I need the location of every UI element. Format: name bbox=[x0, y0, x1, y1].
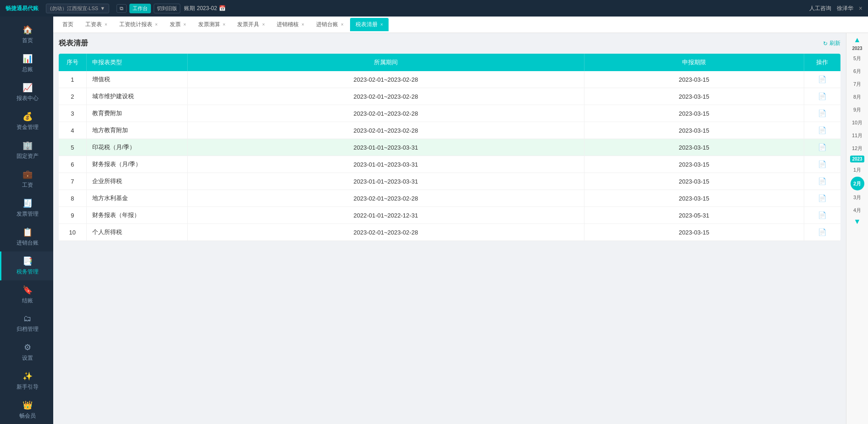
tab-close-invoice-calc[interactable]: × bbox=[223, 22, 226, 27]
content-area: 首页工资表×工资统计报表×发票×发票测算×发票开具×进销稽核×进销台账×税表清册… bbox=[53, 17, 868, 424]
cal-month-5[interactable]: 5月 bbox=[849, 52, 866, 64]
sidebar-item-ledger[interactable]: 📊总账 bbox=[0, 49, 53, 78]
cell-deadline: 2023-03-15 bbox=[584, 139, 804, 156]
cal-down-button[interactable]: ▼ bbox=[853, 217, 862, 227]
cell-type: 地方水利基金 bbox=[86, 190, 187, 207]
view-icon[interactable]: 📄 bbox=[818, 126, 827, 134]
cal-year-2023-badge[interactable]: 2023 bbox=[850, 156, 864, 162]
tab-close-payroll-stats[interactable]: × bbox=[155, 22, 158, 27]
table-header-row: 序号 申报表类型 所属期间 申报期限 操作 bbox=[59, 54, 840, 71]
cal-month-6[interactable]: 6月 bbox=[849, 65, 866, 77]
calendar-icon[interactable]: 📅 bbox=[219, 5, 226, 11]
page-title: 税表清册 bbox=[59, 39, 88, 48]
view-icon[interactable]: 📄 bbox=[818, 75, 827, 83]
sidebar-item-payroll[interactable]: 💼工资 bbox=[0, 165, 53, 194]
view-icon[interactable]: 📄 bbox=[818, 109, 827, 117]
sidebar-item-settle[interactable]: 🔖结账 bbox=[0, 280, 53, 309]
cal-month-2-active[interactable]: 2月 bbox=[851, 177, 864, 190]
cell-action[interactable]: 📄 bbox=[804, 122, 840, 139]
cal-month-10[interactable]: 10月 bbox=[849, 117, 866, 128]
view-icon[interactable]: 📄 bbox=[818, 177, 827, 185]
sidebar-item-settings[interactable]: ⚙设置 bbox=[0, 338, 53, 367]
company-dropdown-icon[interactable]: ▼ bbox=[100, 6, 105, 11]
cal-month-9[interactable]: 9月 bbox=[849, 104, 866, 116]
copy-button[interactable]: ⧉ bbox=[117, 4, 127, 13]
period-display: 账期 2023-02 📅 bbox=[184, 5, 226, 12]
view-icon[interactable]: 📄 bbox=[818, 143, 827, 151]
view-icon[interactable]: 📄 bbox=[818, 194, 827, 202]
cell-action[interactable]: 📄 bbox=[804, 71, 840, 88]
cal-month-11[interactable]: 11月 bbox=[849, 129, 866, 141]
tab-payroll[interactable]: 工资表× bbox=[80, 18, 113, 31]
cell-action[interactable]: 📄 bbox=[804, 207, 840, 224]
cell-action[interactable]: 📄 bbox=[804, 224, 840, 241]
tab-close-invoice[interactable]: × bbox=[184, 22, 186, 27]
tab-payroll-stats[interactable]: 工资统计报表× bbox=[114, 18, 163, 31]
view-icon[interactable]: 📄 bbox=[818, 92, 827, 100]
cell-type: 增值税 bbox=[86, 71, 187, 88]
sidebar-icon-purchase: 📋 bbox=[22, 227, 33, 237]
sidebar-item-home[interactable]: 🏠首页 bbox=[0, 20, 53, 49]
tab-invoice-open[interactable]: 发票开具× bbox=[232, 18, 270, 31]
sidebar-label-payroll: 工资 bbox=[22, 181, 33, 189]
ai-consult-button[interactable]: 人工咨询 bbox=[809, 5, 831, 12]
sidebar-item-guide[interactable]: ✨新手引导 bbox=[0, 367, 53, 396]
cell-period: 2023-02-01~2023-02-28 bbox=[187, 190, 584, 207]
sidebar-item-tax[interactable]: 📑税务管理 bbox=[0, 251, 53, 280]
sidebar-label-settings: 设置 bbox=[22, 354, 33, 362]
workbench-button[interactable]: 工作台 bbox=[129, 4, 151, 13]
sidebar-item-invoice-mgmt[interactable]: 🧾发票管理 bbox=[0, 194, 53, 223]
cell-action[interactable]: 📄 bbox=[804, 88, 840, 105]
cell-action[interactable]: 📄 bbox=[804, 190, 840, 207]
cell-index: 9 bbox=[59, 207, 86, 224]
tab-invoice-calc[interactable]: 发票测算× bbox=[193, 18, 231, 31]
sidebar-item-reports[interactable]: 📈报表中心 bbox=[0, 78, 53, 107]
sidebar-icon-archive: 🗂 bbox=[23, 314, 32, 324]
tab-close-payroll[interactable]: × bbox=[105, 22, 107, 27]
cal-month-7[interactable]: 7月 bbox=[849, 78, 866, 90]
tab-tax-list[interactable]: 税表清册× bbox=[350, 18, 389, 31]
sidebar-label-home: 首页 bbox=[22, 37, 33, 45]
tab-close-invoice-open[interactable]: × bbox=[262, 22, 265, 27]
cal-month-12[interactable]: 12月 bbox=[849, 142, 866, 154]
tab-close-tax-list[interactable]: × bbox=[380, 22, 383, 27]
tab-close-purchase-ledger[interactable]: × bbox=[341, 22, 344, 27]
sidebar-item-member[interactable]: 👑畅会员 bbox=[0, 396, 53, 424]
sidebar-item-archive[interactable]: 🗂归档管理 bbox=[0, 309, 53, 338]
sidebar-item-funds[interactable]: 💰资金管理 bbox=[0, 107, 53, 136]
close-button[interactable]: × bbox=[859, 5, 862, 12]
cell-period: 2023-02-01~2023-02-28 bbox=[187, 105, 584, 122]
tab-home[interactable]: 首页 bbox=[57, 18, 79, 31]
tab-invoice[interactable]: 发票× bbox=[164, 18, 192, 31]
switch-version-button[interactable]: 切到旧版 bbox=[154, 4, 180, 13]
cell-action[interactable]: 📄 bbox=[804, 139, 840, 156]
cell-action[interactable]: 📄 bbox=[804, 156, 840, 173]
view-icon[interactable]: 📄 bbox=[818, 211, 827, 219]
sidebar-item-assets[interactable]: 🏢固定资产 bbox=[0, 136, 53, 165]
cal-up-button[interactable]: ▲ bbox=[853, 35, 862, 45]
cal-month-4[interactable]: 4月 bbox=[849, 204, 866, 216]
user-info[interactable]: 徐泽华 bbox=[837, 5, 853, 12]
cal-month-3[interactable]: 3月 bbox=[849, 191, 866, 203]
cell-index: 10 bbox=[59, 224, 86, 241]
top-bar: 畅捷通易代账 (勿动）江西报宜-LSS ▼ ⧉ 工作台 切到旧版 账期 2023… bbox=[0, 0, 868, 17]
cell-type: 个人所得税 bbox=[86, 224, 187, 241]
cell-action[interactable]: 📄 bbox=[804, 105, 840, 122]
sidebar-icon-reports: 📈 bbox=[22, 83, 33, 93]
col-deadline: 申报期限 bbox=[584, 54, 804, 71]
company-selector[interactable]: (勿动）江西报宜-LSS ▼ bbox=[46, 4, 109, 13]
sidebar-label-guide: 新手引导 bbox=[17, 383, 39, 391]
cal-month-1[interactable]: 1月 bbox=[849, 164, 866, 176]
refresh-button[interactable]: ↻ 刷新 bbox=[823, 39, 840, 47]
tab-purchase-ledger[interactable]: 进销台账× bbox=[311, 18, 349, 31]
tab-close-purchase-verify[interactable]: × bbox=[301, 22, 304, 27]
sidebar-icon-funds: 💰 bbox=[22, 112, 33, 122]
cell-action[interactable]: 📄 bbox=[804, 173, 840, 190]
cal-month-8[interactable]: 8月 bbox=[849, 91, 866, 103]
sidebar-item-purchase[interactable]: 📋进销台账 bbox=[0, 223, 53, 251]
sidebar: 🏠首页📊总账📈报表中心💰资金管理🏢固定资产💼工资🧾发票管理📋进销台账📑税务管理🔖… bbox=[0, 17, 53, 424]
view-icon[interactable]: 📄 bbox=[818, 228, 827, 236]
view-icon[interactable]: 📄 bbox=[818, 160, 827, 168]
cell-index: 3 bbox=[59, 105, 86, 122]
tab-purchase-verify[interactable]: 进销稽核× bbox=[271, 18, 310, 31]
